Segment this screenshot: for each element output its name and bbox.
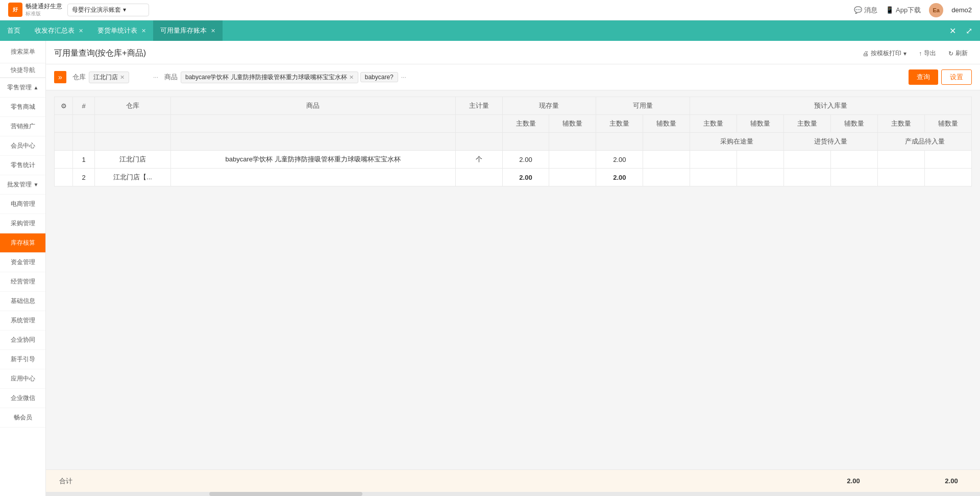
td-available-main-1: 2.00 — [596, 151, 643, 169]
close-tab-available[interactable]: ✕ — [211, 28, 215, 34]
td-purchase-aux-1 — [737, 151, 784, 169]
home-tab-label: 首页 — [7, 26, 20, 35]
footer-available-main: 2.00 — [931, 477, 972, 485]
table-area: ⚙ # 仓库 商品 主计量 现存量 可用量 预计入库量 — [46, 90, 980, 469]
th-warehouse: 仓库 — [95, 97, 170, 115]
td-arrival-main-1 — [784, 151, 831, 169]
tab-order-stats[interactable]: 要货单统计表 ✕ — [90, 20, 153, 41]
td-available-aux-1 — [643, 151, 690, 169]
product-tag-2[interactable]: babycare? — [360, 72, 398, 82]
logo: 好 畅捷通好生意 标准版 — [8, 3, 62, 17]
td-product-main-1 — [878, 151, 925, 169]
th-main-unit-2 — [455, 115, 502, 133]
expand-filter-button[interactable]: » — [54, 71, 66, 83]
td-unit-1: 个 — [455, 151, 502, 169]
td-purchase-main-2 — [690, 169, 737, 186]
data-table: ⚙ # 仓库 商品 主计量 现存量 可用量 预计入库量 — [54, 97, 972, 186]
sidebar-item-vip[interactable]: 畅会员 — [0, 408, 45, 428]
tab-receive-summary[interactable]: 收发存汇总表 ✕ — [28, 20, 90, 41]
th-row-num: # — [73, 97, 95, 115]
th-setting[interactable]: ⚙ — [55, 97, 73, 115]
refresh-button[interactable]: ↻ 刷新 — [944, 47, 972, 60]
remove-warehouse-tag[interactable]: ✕ — [120, 74, 125, 81]
logo-sub: 标准版 — [26, 10, 62, 17]
sidebar-item-retail-mgmt[interactable]: 零售管理 ▲ — [0, 78, 45, 98]
footer-scroll[interactable] — [46, 492, 980, 496]
tab-available-inventory[interactable]: 可用量库存账本 ✕ — [153, 20, 223, 41]
td-unit-2 — [455, 169, 502, 186]
sidebar-item-member[interactable]: 会员中心 — [0, 136, 45, 156]
sidebar-item-retail-mall[interactable]: 零售商城 — [0, 98, 45, 117]
close-tab-receive[interactable]: ✕ — [79, 28, 83, 34]
td-arrival-main-2 — [784, 169, 831, 186]
nav-tabs: 首页 收发存汇总表 ✕ 要货单统计表 ✕ 可用量库存账本 ✕ ✕ ⤢ — [0, 20, 980, 41]
close-tab-order[interactable]: ✕ — [141, 28, 146, 34]
td-row-1: 1 — [73, 151, 95, 169]
search-menu-button[interactable]: 搜索菜单 — [4, 45, 41, 59]
avatar[interactable]: Ea — [929, 3, 943, 17]
sidebar-item-enterprise-wechat[interactable]: 企业微信 — [0, 389, 45, 408]
table-row: 1 江北门店 babycare学饮杯 儿童防摔防撞吸管杯重力球吸嘴杯宝宝水杯 个… — [55, 151, 972, 169]
logo-text: 畅捷通好生意 — [26, 3, 62, 10]
td-current-main-1: 2.00 — [502, 151, 549, 169]
th-main-unit: 主计量 — [455, 97, 502, 115]
sidebar: 搜索菜单 快捷导航 零售管理 ▲ 零售商城 营销推广 会员中心 零售统计 批发管… — [0, 41, 46, 496]
sidebar-item-app-center[interactable]: 应用中心 — [0, 369, 45, 389]
sidebar-item-retail-stats[interactable]: 零售统计 — [0, 156, 45, 175]
tab-home[interactable]: 首页 — [0, 20, 28, 41]
warehouse-tag[interactable]: 江北门店 ✕ — [89, 72, 129, 83]
td-product-main-2 — [878, 169, 925, 186]
setting-button[interactable]: 设置 — [941, 69, 972, 85]
sidebar-search-section: 搜索菜单 — [0, 41, 45, 63]
sidebar-item-enterprise[interactable]: 企业协同 — [0, 330, 45, 350]
th-warehouse-2 — [95, 115, 170, 133]
td-available-main-2: 2.00 — [596, 169, 643, 186]
warehouse-more[interactable]: ··· — [153, 74, 158, 81]
sidebar-item-finance[interactable]: 资金管理 — [0, 253, 45, 272]
sidebar-item-marketing[interactable]: 营销推广 — [0, 117, 45, 136]
product-tags: babycare学饮杯 儿童防摔防撞吸管杯重力球吸嘴杯宝宝水杯 ✕ babyca… — [181, 72, 398, 83]
print-button[interactable]: 🖨 按模板打印 ▾ — [859, 47, 911, 60]
th-purchase-aux: 辅数量 — [737, 115, 784, 133]
td-setting-2 — [55, 169, 73, 186]
product-more[interactable]: ··· — [401, 74, 406, 81]
chevron-icon-2: ▼ — [34, 182, 39, 187]
maximize-icon[interactable]: ⤢ — [962, 23, 976, 38]
sidebar-item-inventory[interactable]: 库存核算 — [0, 233, 45, 253]
page-header: 可用量查询(按仓库+商品) 🖨 按模板打印 ▾ ↑ 导出 ↻ 刷新 — [46, 41, 980, 64]
product-tag-1[interactable]: babycare学饮杯 儿童防摔防撞吸管杯重力球吸嘴杯宝宝水杯 ✕ — [181, 72, 358, 83]
sidebar-item-basic-info[interactable]: 基础信息 — [0, 292, 45, 311]
query-button[interactable]: 查询 — [909, 69, 938, 85]
export-icon: ↑ — [919, 50, 922, 57]
warehouse-tags: 江北门店 ✕ — [89, 72, 150, 83]
table-row: 2 江北门店【... 2.00 2.00 — [55, 169, 972, 186]
tenant-select[interactable]: 母婴行业演示账套 ▾ — [67, 4, 149, 16]
product-filter-group: 商品 babycare学饮杯 儿童防摔防撞吸管杯重力球吸嘴杯宝宝水杯 ✕ bab… — [164, 72, 406, 83]
th-current-aux: 辅数量 — [549, 115, 596, 133]
th-product-pending-main: 主数量 — [878, 115, 925, 133]
content-area: 可用量查询(按仓库+商品) 🖨 按模板打印 ▾ ↑ 导出 ↻ 刷新 » — [46, 41, 980, 496]
export-button[interactable]: ↑ 导出 — [915, 47, 940, 60]
th-purchase-main: 主数量 — [690, 115, 737, 133]
sidebar-item-wholesale-mgmt[interactable]: 批发管理 ▼ — [0, 175, 45, 195]
remove-product-tag-1[interactable]: ✕ — [349, 74, 354, 81]
sidebar-item-operations[interactable]: 经营管理 — [0, 272, 45, 292]
user-name: demo2 — [951, 6, 972, 14]
app-download-button[interactable]: 📱 App下载 — [886, 6, 921, 15]
close-tab-icon[interactable]: ✕ — [945, 23, 960, 38]
th-arrival-main: 主数量 — [784, 115, 831, 133]
warehouse-filter-label: 仓库 — [72, 73, 86, 82]
quick-nav-button[interactable]: 快捷导航 — [0, 63, 45, 78]
message-button[interactable]: 💬 消息 — [854, 6, 877, 15]
refresh-icon: ↻ — [948, 50, 953, 57]
sidebar-item-new-guide[interactable]: 新手引导 — [0, 350, 45, 369]
th-row-num-2 — [73, 115, 95, 133]
scroll-thumb[interactable] — [209, 492, 362, 496]
td-product-aux-2 — [924, 169, 971, 186]
td-current-main-2: 2.00 — [502, 169, 549, 186]
th-available-main: 主数量 — [596, 115, 643, 133]
sidebar-item-purchase[interactable]: 采购管理 — [0, 214, 45, 233]
sidebar-item-system[interactable]: 系统管理 — [0, 311, 45, 330]
th-arrival-aux: 辅数量 — [831, 115, 878, 133]
sidebar-item-ecommerce[interactable]: 电商管理 — [0, 195, 45, 214]
